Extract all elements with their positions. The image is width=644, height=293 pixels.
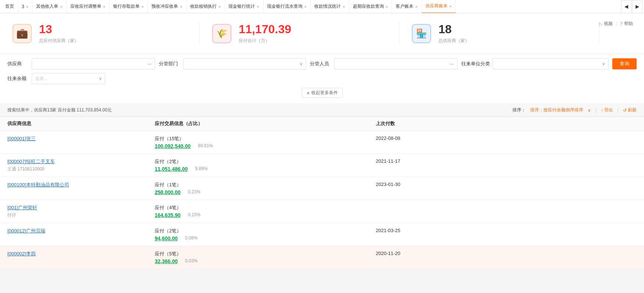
tab-close-icon-3[interactable]: ×: [103, 4, 105, 9]
category-dropdown-icon[interactable]: ∨: [602, 61, 605, 66]
lastpay-col-4: 2021-03-25: [376, 228, 637, 233]
nav-tab-1[interactable]: 3×: [18, 0, 32, 13]
svg-text:💼: 💼: [16, 27, 28, 39]
nav-tab-8[interactable]: 现金银行流水查询×: [263, 0, 311, 13]
person-input[interactable]: ···: [334, 58, 458, 69]
last-pay-date-4: 2021-03-25: [376, 228, 400, 233]
balance-dropdown-icon[interactable]: ∨: [99, 76, 102, 81]
tx-amount-5[interactable]: 32,366.00: [155, 258, 178, 264]
tab-close-icon-7[interactable]: ×: [257, 4, 259, 9]
sort-dropdown-icon[interactable]: ∨: [588, 108, 591, 113]
query-button[interactable]: 查询: [612, 58, 637, 69]
dept-input[interactable]: ∨: [183, 58, 307, 69]
tab-close-icon-6[interactable]: ×: [218, 4, 221, 9]
tab-close-icon-5[interactable]: ×: [180, 4, 182, 9]
tab-close-icon-8[interactable]: ×: [304, 4, 307, 9]
supplier-text-input[interactable]: [35, 61, 140, 66]
supplier-input[interactable]: ···: [32, 58, 155, 69]
person-text-input[interactable]: [337, 61, 442, 66]
table-row[interactable]: [001]广州荣轩 仔仔 应付（4笔） 164,635.90 0.15%: [0, 200, 644, 223]
table-row[interactable]: [000012]广州贝瑞 应付（2笔） 94,600.00 0.08% 2021…: [0, 223, 644, 246]
table-header: 供应商信息 应付交易信息（占比） 上次付数: [0, 117, 644, 131]
nav-tab-2[interactable]: 其他收入单×: [32, 0, 66, 13]
category-input[interactable]: ∨: [492, 58, 609, 69]
video-link[interactable]: 视频: [604, 21, 613, 27]
export-button[interactable]: ↑ 导出: [601, 107, 613, 113]
supplier-name-3[interactable]: [001]广州荣轩: [7, 204, 155, 211]
supplier-name-5[interactable]: [000002]李四: [7, 251, 155, 257]
tab-close-icon-4[interactable]: ×: [141, 4, 144, 9]
filter-category: 往来单位分类 ∨: [461, 58, 609, 69]
export-icon: ↑: [601, 108, 603, 113]
table-row[interactable]: [000007]恒旺二手叉车 王通 17106110000 应付（2笔） 11,…: [0, 154, 644, 177]
refresh-button[interactable]: ↺ 刷新: [623, 107, 637, 113]
summary-content-2: 11,170.39 应付合计（万）: [239, 23, 291, 44]
nav-tab-10[interactable]: 超期应收款查询×: [349, 0, 392, 13]
sort-select[interactable]: 排序：按应付余额倒序排序: [530, 107, 583, 113]
table-row[interactable]: [000001]张三 应付（15笔） 100,092,540.00 89.61%…: [0, 131, 644, 154]
tx-amount-4[interactable]: 94,600.00: [155, 235, 178, 241]
supplier-dots-icon[interactable]: ···: [147, 61, 152, 67]
tx-row-1: 11,051,486.00 9.89%: [155, 165, 376, 172]
col-header-lastpay: 上次付数: [376, 120, 637, 127]
nav-tab-6[interactable]: 收款核销执行×: [186, 0, 225, 13]
tx-amount-1[interactable]: 11,051,486.00: [155, 166, 188, 172]
table-body: [000001]张三 应付（15笔） 100,092,540.00 89.61%…: [0, 131, 644, 269]
lastpay-col-1: 2021-11-17: [376, 158, 637, 164]
total-payable-suppliers-label: 总应付供应商（家）: [39, 38, 79, 44]
nav-tab-11[interactable]: 客户账本×: [392, 0, 421, 13]
tab-close-icon-1[interactable]: ×: [26, 4, 28, 9]
tx-amount-3[interactable]: 164,635.90: [155, 212, 181, 218]
help-link[interactable]: 帮助: [624, 21, 633, 27]
total-suppliers-label: 总供应商（家）: [438, 38, 469, 44]
table-row[interactable]: [000002]李四 应付（5笔） 32,366.00 0.03% 2020-1…: [0, 246, 644, 269]
top-nav: 首页3×其他收入单×应收应付调整单×银行存取款单×预收冲应收单×收款核销执行×现…: [0, 0, 644, 13]
nav-prev-arrow[interactable]: ◀: [621, 0, 631, 13]
tab-close-icon-9[interactable]: ×: [343, 4, 345, 9]
tab-close-icon-12[interactable]: ×: [449, 4, 452, 8]
transaction-col-0: 应付（15笔） 100,092,540.00 89.61%: [155, 135, 376, 149]
person-dots-icon[interactable]: ···: [450, 61, 454, 67]
summary-content-1: 13 总应付供应商（家）: [39, 23, 79, 44]
balance-input[interactable]: 选择... ∨: [32, 73, 105, 84]
nav-tab-0[interactable]: 首页: [1, 0, 18, 13]
nav-tab-12[interactable]: 供应商账本×: [422, 0, 456, 13]
total-payable-suppliers: 13: [39, 23, 79, 36]
tx-pct-4: 0.08%: [185, 235, 197, 241]
tx-pct-0: 89.61%: [198, 143, 213, 148]
last-pay-date-5: 2020-11-20: [376, 251, 400, 256]
result-right-actions: 排序： 排序：按应付余额倒序排序 ∨ | ↑ 导出 | ↺ 刷新: [512, 107, 637, 113]
nav-tab-9[interactable]: 收款情况统计×: [311, 0, 349, 13]
dept-label: 分管部门: [159, 61, 181, 67]
nav-tab-3[interactable]: 应收应付调整单×: [67, 0, 109, 13]
filter-person: 分管人员 ···: [310, 58, 458, 69]
nav-next-arrow[interactable]: ▶: [632, 0, 643, 13]
tx-amount-2[interactable]: 258,000.00: [155, 189, 181, 195]
dept-dropdown-icon[interactable]: ∨: [300, 61, 303, 66]
tx-row-4: 94,600.00 0.08%: [155, 234, 376, 241]
dept-text-input[interactable]: [186, 61, 291, 66]
filter-supplier: 供应商 ···: [7, 58, 155, 69]
category-text-input[interactable]: [496, 61, 595, 66]
result-summary-text: 搜索结果中，供应商13家 应付金额 111,703,854.00元: [7, 107, 112, 113]
summary-content-3: 18 总供应商（家）: [438, 23, 469, 44]
col-header-supplier: 供应商信息: [7, 120, 155, 127]
table-row[interactable]: [000100]本特勤油品有限公司 应付（1笔） 258,000.00 0.23…: [0, 177, 644, 200]
tab-close-icon-10[interactable]: ×: [386, 4, 388, 9]
tab-close-icon-11[interactable]: ×: [415, 4, 417, 9]
nav-tab-5[interactable]: 预收冲应收单×: [148, 0, 186, 13]
supplier-name-1[interactable]: [000007]恒旺二手叉车: [7, 158, 155, 165]
tx-amount-0[interactable]: 100,092,540.00: [155, 143, 190, 149]
tab-close-icon-2[interactable]: ×: [60, 4, 62, 9]
transaction-col-4: 应付（2笔） 94,600.00 0.08%: [155, 228, 376, 241]
supplier-name-0[interactable]: [000001]张三: [7, 135, 155, 142]
supplier-info-col: [000002]李四: [7, 251, 155, 257]
nav-tab-4[interactable]: 银行存取款单×: [109, 0, 148, 13]
supplier-sub-3: 仔仔: [7, 212, 155, 218]
tx-row-0: 100,092,540.00 89.61%: [155, 142, 376, 149]
collapse-button[interactable]: ∧ 收起更多条件: [302, 88, 343, 98]
supplier-name-2[interactable]: [000100]本特勤油品有限公司: [7, 182, 155, 188]
help-icon: ?: [620, 21, 623, 27]
nav-tab-7[interactable]: 现金银行统计×: [225, 0, 263, 13]
supplier-name-4[interactable]: [000012]广州贝瑞: [7, 228, 155, 234]
